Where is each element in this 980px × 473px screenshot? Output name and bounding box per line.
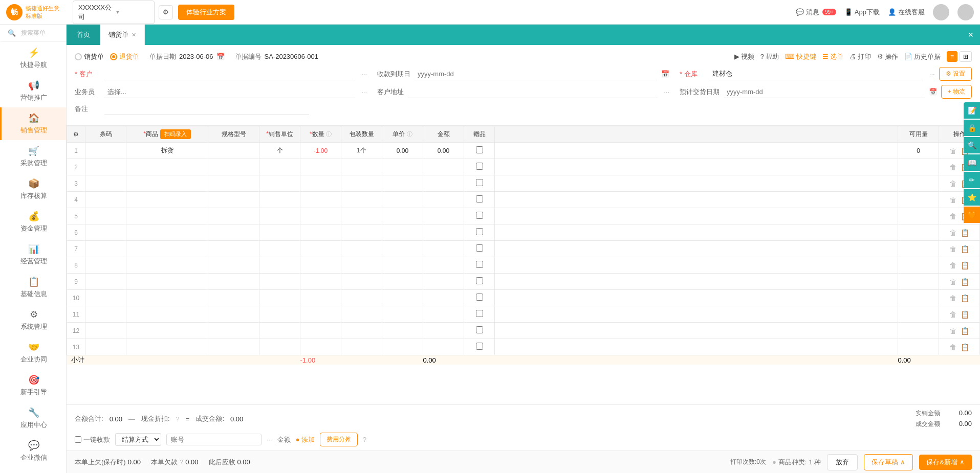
remark-input[interactable] (104, 103, 309, 115)
delete-button[interactable]: 🗑 (949, 327, 956, 335)
right-panel-item-4[interactable]: 📖 (964, 154, 980, 171)
copy-button[interactable]: 📋 (961, 278, 969, 286)
right-panel-item-1[interactable]: 📝 (964, 102, 980, 119)
sidebar-item-wechat[interactable]: 💬 企业微信 (0, 435, 66, 467)
tab-sales-order[interactable]: 销货单 ✕ (100, 25, 145, 45)
delete-button[interactable]: 🗑 (949, 179, 956, 188)
shortcut-btn[interactable]: ⌨ 快捷键 (785, 52, 816, 61)
due-date-calendar-icon[interactable]: 📅 (661, 70, 669, 78)
gift-checkbox[interactable] (476, 261, 483, 268)
copy-button[interactable]: 📋 (961, 327, 969, 335)
tab-home[interactable]: 首页 (67, 25, 100, 45)
gift-checkbox[interactable] (476, 244, 483, 252)
address-more-icon[interactable]: ··· (664, 88, 669, 96)
app-download-button[interactable]: 📱 App下载 (844, 8, 880, 17)
delete-button[interactable]: 🗑 (949, 229, 956, 237)
radio-return[interactable]: 退货单 (110, 52, 139, 61)
avatar[interactable] (933, 4, 949, 20)
view-grid-btn[interactable]: ⊞ (960, 51, 972, 62)
delete-button[interactable]: 🗑 (949, 343, 956, 351)
warehouse-input[interactable] (709, 68, 923, 80)
sidebar-item-system[interactable]: ⚙ 系统管理 (0, 304, 66, 336)
sidebar-search[interactable]: 🔍 搜索菜单 (0, 25, 66, 42)
sidebar-item-inventory[interactable]: 📦 库存核算 (0, 173, 66, 206)
right-panel-item-7[interactable]: 🧡 (964, 207, 980, 223)
gift-checkbox[interactable] (476, 326, 483, 333)
salesperson-more-icon[interactable]: ··· (361, 88, 367, 96)
right-panel-item-6[interactable]: ⭐ (964, 189, 980, 206)
company-selector[interactable]: XXXXXX公司 ▼ (73, 1, 155, 24)
print-btn[interactable]: 🖨 打印 (850, 52, 871, 61)
sidebar-item-marketing[interactable]: 📢 营销推广 (0, 75, 66, 107)
discard-button[interactable]: 放弃 (827, 454, 858, 470)
copy-button[interactable]: 📋 (961, 310, 969, 319)
arrears-help-icon[interactable]: ? (180, 458, 183, 466)
sidebar-item-apps[interactable]: 🔧 应用中心 (0, 402, 66, 435)
message-button[interactable]: 💬 消息 99+ (796, 8, 836, 17)
sidebar-item-operation[interactable]: 📊 经营管理 (0, 238, 66, 271)
history-btn[interactable]: 📄 历史单据 (904, 52, 941, 61)
due-date-input[interactable] (415, 68, 657, 80)
expected-date-calendar-icon[interactable]: 📅 (929, 88, 937, 96)
operation-btn[interactable]: ⚙ 操作 (877, 52, 898, 61)
gift-checkbox[interactable] (476, 343, 483, 350)
sidebar-item-guide[interactable]: 🎯 新手引导 (0, 369, 66, 402)
tab-close-right[interactable]: ✕ (962, 25, 980, 45)
avatar-2[interactable] (957, 4, 974, 20)
tab-close-icon[interactable]: ✕ (132, 32, 136, 38)
sidebar-item-enterprise[interactable]: 🤝 企业协同 (0, 336, 66, 369)
delete-button[interactable]: 🗑 (949, 245, 956, 253)
account-input[interactable] (166, 434, 262, 445)
payment-checkbox[interactable] (75, 436, 81, 443)
settlement-select[interactable]: 结算方式 (115, 433, 161, 446)
right-panel-item-3[interactable]: 🔍 (964, 137, 980, 153)
online-service-button[interactable]: 👤 在线客服 (888, 8, 925, 17)
delete-button[interactable]: 🗑 (949, 163, 956, 171)
calendar-icon[interactable]: 📅 (216, 53, 225, 60)
customer-address-input[interactable] (408, 86, 658, 98)
gift-checkbox[interactable] (476, 195, 483, 202)
sidebar-item-sales[interactable]: 🏠 销售管理 (0, 107, 66, 140)
gift-checkbox[interactable] (476, 277, 483, 284)
save-new-button[interactable]: 保存&新增 ∧ (919, 455, 972, 470)
gift-checkbox[interactable] (476, 310, 483, 317)
add-button[interactable]: ● 添加 (296, 435, 315, 444)
gift-checkbox[interactable] (476, 228, 483, 235)
sidebar-item-basic[interactable]: 📋 基础信息 (0, 271, 66, 304)
copy-button[interactable]: 📋 (961, 229, 969, 237)
delete-button[interactable]: 🗑 (949, 147, 956, 155)
delete-button[interactable]: 🗑 (949, 310, 956, 319)
video-btn[interactable]: ▶ 视频 (734, 52, 754, 61)
right-panel-item-2[interactable]: 🔒 (964, 120, 980, 136)
expense-button[interactable]: 费用分摊 (320, 433, 358, 446)
copy-button[interactable]: 📋 (961, 245, 969, 253)
sidebar-item-member[interactable]: 👑 畅会员 (0, 467, 66, 473)
scan-button[interactable]: 扫码录入 (160, 129, 191, 139)
delete-button[interactable]: 🗑 (949, 294, 956, 302)
sidebar-item-finance[interactable]: 💰 资金管理 (0, 206, 66, 238)
gift-checkbox[interactable] (476, 179, 483, 186)
table-container[interactable]: ⚙ 条码 *商品 扫码录入 规格型号 *销售单位 *数量 ⓘ 包装数量 单价 ⓘ… (67, 126, 980, 404)
expense-help-icon[interactable]: ? (363, 436, 366, 443)
select-btn[interactable]: ☰ 选单 (822, 52, 843, 61)
th-setting[interactable]: ⚙ (67, 126, 85, 143)
delete-button[interactable]: 🗑 (949, 196, 956, 204)
discount-help-icon[interactable]: ? (176, 415, 180, 423)
right-panel-item-5[interactable]: ✏ (964, 172, 980, 188)
copy-button[interactable]: 📋 (961, 343, 969, 351)
delete-button[interactable]: 🗑 (949, 212, 956, 220)
view-list-btn[interactable]: ≡ (947, 51, 957, 62)
copy-button[interactable]: 📋 (961, 261, 969, 269)
save-draft-button[interactable]: 保存草稿 ∧ (864, 454, 913, 470)
delete-button[interactable]: 🗑 (949, 261, 956, 269)
sidebar-item-shortcut[interactable]: ⚡ 快捷导航 (0, 42, 66, 75)
sidebar-item-purchase[interactable]: 🛒 采购管理 (0, 140, 66, 173)
gift-checkbox[interactable] (476, 146, 483, 153)
copy-button[interactable]: 📋 (961, 294, 969, 302)
trial-button[interactable]: 体验行业方案 (178, 5, 234, 20)
warehouse-more-icon[interactable]: ··· (929, 70, 935, 78)
help-btn[interactable]: ? 帮助 (760, 52, 779, 61)
settings-button[interactable]: ⚙ 设置 (939, 67, 972, 81)
customer-more-icon[interactable]: ··· (361, 70, 367, 78)
product-type-icon[interactable]: ● (772, 458, 776, 466)
